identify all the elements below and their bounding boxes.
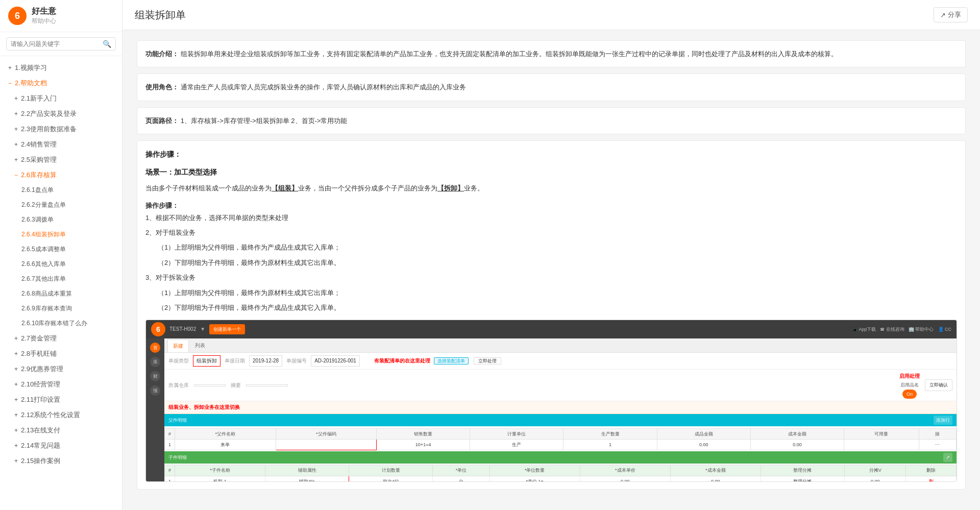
sidebar-item-in[interactable]: 2.6.6其他入库单 xyxy=(0,257,122,272)
sidebar-item-recompute[interactable]: 2.6.8商品成本重算 xyxy=(0,286,122,301)
sidebar-item-label: 2.6.6其他入库单 xyxy=(21,260,66,269)
ss-ctd-amount: 0.00 xyxy=(670,476,761,481)
role-block: 使用角色： 通常由生产人员或库管人员完成拆装业务的操作，库管人员确认原材料的出库… xyxy=(137,74,966,101)
ss-remark-label: 摘要 xyxy=(231,381,241,390)
table-row: 1 机型 1 辅助4% 批次4位 台 *单位 1+ 0.00 0.00 整理分摊 xyxy=(165,476,957,481)
sidebar-item-video[interactable]: + 1.视频学习 xyxy=(0,60,122,76)
search-box: 🔍 xyxy=(0,32,122,56)
search-input[interactable] xyxy=(11,40,103,47)
search-wrap[interactable]: 🔍 xyxy=(6,37,116,51)
sidebar-item-manage[interactable]: + 2.10经营管理 xyxy=(0,377,122,392)
ss-app-id: TEST-H002 xyxy=(169,325,196,334)
sidebar-item-cash[interactable]: + 2.7资金管理 xyxy=(0,331,122,346)
sidebar-item-label: 2.8手机旺铺 xyxy=(21,349,57,358)
ss-td-code xyxy=(276,440,377,450)
step2-2: （2）下部明细为子件明细，最终作为原材料生成其它出库单。 xyxy=(158,257,957,269)
sidebar-item-label: 2.帮助文档 xyxy=(15,79,47,88)
ss-confirm-btn[interactable]: 立即确认 xyxy=(925,379,952,391)
ss-td-name: 来单 xyxy=(175,440,276,450)
sidebar-item-cost[interactable]: 2.6.5成本调整单 xyxy=(0,242,122,257)
ss-child-title: 子件明细 xyxy=(168,453,187,462)
ss-toggle-on[interactable]: On xyxy=(902,390,917,399)
ss-td-produce: 1 xyxy=(564,440,657,450)
ss-td-idx: 1 xyxy=(165,440,175,450)
expand-icon: + xyxy=(14,350,18,357)
ss-top-icons: 📱 App下载☎ 在线咨询🏢 帮助中心👤 CC xyxy=(852,325,951,333)
sidebar-item-error[interactable]: 2.6.10库存账本错了么办 xyxy=(0,316,122,331)
ss-ctd-attr: 辅助4% xyxy=(265,476,349,481)
ops-steps-title: 操作步骤： xyxy=(145,200,957,211)
ss-th-unit: 计量单位 xyxy=(470,428,564,439)
ss-cth-plan: 计划数量 xyxy=(349,465,433,476)
expand-icon: + xyxy=(14,126,18,133)
sidebar-header: 6 好生意 帮助中心 xyxy=(0,0,122,32)
sidebar-item-label: 2.15操作案例 xyxy=(21,456,60,466)
sidebar-item-data[interactable]: + 2.3使用前数据准备 xyxy=(0,122,122,137)
sidebar-item-count[interactable]: 2.6.1盘点单 xyxy=(0,183,122,198)
collapse-icon: − xyxy=(14,172,18,179)
sidebar-item-assembly[interactable]: 2.6.4组装拆卸单 xyxy=(0,227,122,242)
expand-icon: + xyxy=(14,381,18,388)
ss-tab-list[interactable]: 列表 xyxy=(190,339,210,352)
ss-parent-table: # *父件名称 *父件编码 销售数量 计量单位 生产数量 成品金额 成本金额 可… xyxy=(164,428,957,450)
sidebar-item-docs[interactable]: − 2.帮助文档 xyxy=(0,76,122,91)
ss-tab-active[interactable]: 新建 xyxy=(167,339,189,352)
sidebar-item-stock[interactable]: − 2.6库存核算 xyxy=(0,167,122,183)
sidebar-item-label: 1.视频学习 xyxy=(15,63,47,72)
sidebar-item-label: 2.13在线支付 xyxy=(21,426,60,435)
ss-ctd-alloc2: 0.00 xyxy=(844,476,905,481)
expand-icon: + xyxy=(8,64,12,71)
share-button[interactable]: ↗ 分享 xyxy=(934,7,968,22)
ss-child-add-btn[interactable]: ↗ xyxy=(943,453,952,462)
ss-th-sale: 销售数量 xyxy=(377,428,470,439)
sidebar-item-online[interactable]: + 2.13在线支付 xyxy=(0,423,122,438)
ss-th-cost: 成本金额 xyxy=(750,428,844,439)
ss-ctd-plan: 批次4位 xyxy=(349,476,433,481)
sidebar-item-mobile[interactable]: + 2.8手机旺铺 xyxy=(0,346,122,361)
role-label: 使用角色： xyxy=(145,83,179,91)
sidebar-item-label: 2.6.4组装拆卸单 xyxy=(21,230,66,239)
ss-action-btn[interactable]: 立即处理 xyxy=(474,357,501,365)
sidebar-item-coupon[interactable]: + 2.9优惠券管理 xyxy=(0,361,122,377)
ss-nav-icon3: 财 xyxy=(150,371,160,381)
sidebar-item-label: 2.6.2分量盘点单 xyxy=(21,201,66,209)
sidebar-item-buy[interactable]: + 2.5采购管理 xyxy=(0,152,122,167)
ss-cth-attr: 辅助属性 xyxy=(265,465,349,476)
sidebar-item-label: 2.5采购管理 xyxy=(21,155,57,164)
sidebar-item-query[interactable]: 2.6.9库存账本查询 xyxy=(0,301,122,316)
sidebar-item-new[interactable]: + 2.1新手入门 xyxy=(0,91,122,106)
expand-icon: + xyxy=(14,95,18,102)
intro-text: 组装拆卸单用来处理企业组装或拆卸等加工业务，支持有固定装配清单的产品加工业务，也… xyxy=(181,50,838,58)
sidebar-item-label: 2.6.5成本调整单 xyxy=(21,245,66,254)
ss-dept-label: 所属仓库 xyxy=(168,381,189,390)
ss-annotation2-wrap: 启用处理 启用品名 On xyxy=(899,372,920,398)
intro-block: 功能介绍： 组装拆卸单用来处理企业组装或拆卸等加工业务，支持有固定装配清单的产品… xyxy=(137,40,966,67)
ss-docno-label: 单据编号 xyxy=(286,356,307,366)
sidebar-item-faq[interactable]: + 2.14常见问题 xyxy=(0,438,122,453)
ss-annotation-wrap1: 有装配清单的在这里处理 选择装配清单 立即处理 xyxy=(374,356,502,366)
sidebar-item-transfer[interactable]: 2.6.3调拨单 xyxy=(0,212,122,227)
search-icon: 🔍 xyxy=(103,40,111,48)
ss-doctype-label: 单据类型 xyxy=(168,356,189,366)
sidebar-item-label: 2.10经营管理 xyxy=(21,380,60,389)
sidebar-item-out[interactable]: 2.6.7其他出库单 xyxy=(0,272,122,286)
ss-teal-btn[interactable]: 选择装配清单 xyxy=(434,357,469,365)
sidebar-item-sale[interactable]: + 2.4销售管理 xyxy=(0,137,122,152)
ss-orange-btn[interactable]: 创建新单一个 xyxy=(209,324,245,334)
ss-second-row: 所属仓库 摘要 启用处理 启用品名 On 立即确认 xyxy=(164,370,957,401)
step1: 1、根据不同的业务，选择不同单据的类型来处理 xyxy=(145,212,957,224)
sidebar-item-label: 2.4销售管理 xyxy=(21,140,57,149)
ss-add-row-btn[interactable]: 添加行 xyxy=(934,416,952,425)
sidebar-item-split[interactable]: 2.6.2分量盘点单 xyxy=(0,198,122,212)
screenshot: 6 TEST-H002 ▼ 创建新单一个 📱 App下载☎ 在线咨询🏢 帮助中心… xyxy=(145,320,957,482)
ss-ctd-del[interactable]: 删 xyxy=(906,476,957,481)
sidebar-item-system[interactable]: + 2.12系统个性化设置 xyxy=(0,407,122,423)
ss-doctype-value: 组装拆卸 xyxy=(193,355,220,367)
sidebar-item-case[interactable]: + 2.15操作案例 xyxy=(0,453,122,469)
ss-th-op: 操 xyxy=(919,428,956,439)
ss-date-value: 2019-12-28 xyxy=(249,355,282,367)
ss-remark-field xyxy=(246,384,288,386)
ss-parent-actions: 添加行 xyxy=(934,416,952,425)
sidebar-item-print[interactable]: + 2.11打印设置 xyxy=(0,392,122,407)
sidebar-item-install[interactable]: + 2.2产品安装及登录 xyxy=(0,106,122,122)
